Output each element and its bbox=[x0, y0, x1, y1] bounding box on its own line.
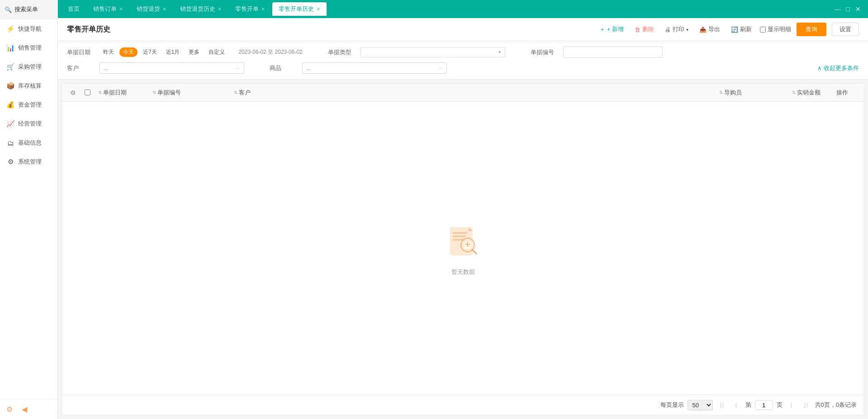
tab-close-sales-order[interactable]: ✕ bbox=[119, 6, 123, 12]
system-label: 系统管理 bbox=[18, 158, 42, 166]
add-button[interactable]: ＋ + 新增 bbox=[597, 24, 626, 35]
svg-rect-1 bbox=[452, 232, 467, 234]
tab-retail-open-history[interactable]: 零售开单历史✕ bbox=[272, 2, 327, 16]
quick-nav-icon: ⚡ bbox=[6, 25, 14, 33]
th-action-label: 操作 bbox=[836, 89, 848, 97]
customer-text-input[interactable] bbox=[104, 65, 236, 71]
th-billno-sort-icon: ⇅ bbox=[152, 90, 156, 95]
product-dots: ··· bbox=[438, 65, 443, 71]
first-page-btn[interactable]: ⟨⟨ bbox=[716, 400, 727, 410]
sidebar-item-operations[interactable]: 📈 经营管理 bbox=[0, 114, 57, 133]
sidebar-search[interactable]: 🔍 搜索采单 bbox=[0, 0, 57, 19]
product-input[interactable]: ··· bbox=[302, 62, 447, 74]
date-range: 2023-06-02 至 2023-06-02 bbox=[238, 48, 302, 56]
refresh-icon: 🔄 bbox=[731, 26, 738, 33]
svg-rect-2 bbox=[452, 235, 465, 237]
purchase-mgmt-icon: 🛒 bbox=[6, 63, 14, 71]
tabs-bar: 首页销售订单✕销货退货✕销货退货历史✕零售开单✕零售开单历史✕ — □ ✕ bbox=[58, 0, 868, 18]
tab-sales-return[interactable]: 销货退货✕ bbox=[130, 2, 173, 16]
collapse-sidebar-icon[interactable]: ◀ bbox=[22, 405, 27, 414]
date-btn-近1月[interactable]: 近1月 bbox=[162, 47, 184, 57]
th-billno-label: 单据编号 bbox=[157, 89, 181, 97]
table-gear-icon[interactable]: ⚙ bbox=[66, 89, 80, 96]
refresh-label: 刷新 bbox=[740, 25, 752, 33]
tab-sales-return-history[interactable]: 销货退货历史✕ bbox=[174, 2, 228, 16]
per-page-label: 每页显示 bbox=[660, 401, 684, 409]
product-text-input[interactable] bbox=[306, 65, 438, 71]
th-billno: ⇅ 单据编号 bbox=[149, 89, 230, 97]
table-select-all-checkbox[interactable] bbox=[80, 89, 95, 95]
pagination-bar: 每页显示 50 100 200 ⟨⟨ ⟨ 第 页 ⟩ ⟩⟩ 共0页，0条记录 bbox=[62, 395, 864, 415]
tab-close-retail-open-history[interactable]: ✕ bbox=[316, 6, 320, 12]
th-customer-sort-icon: ⇅ bbox=[234, 90, 237, 95]
sidebar-item-quick-nav[interactable]: ⚡ 快捷导航 bbox=[0, 19, 57, 38]
date-btn-更多[interactable]: 更多 bbox=[185, 47, 203, 57]
tab-label-retail-open-history: 零售开单历史 bbox=[279, 5, 314, 13]
doc-no-text-input[interactable] bbox=[567, 49, 659, 56]
sidebar-item-finance[interactable]: 💰 资金管理 bbox=[0, 95, 57, 114]
inventory-label: 库存核算 bbox=[18, 82, 42, 90]
print-button[interactable]: 🖨 打印 ▾ bbox=[662, 24, 691, 35]
basic-info-icon: 🗂 bbox=[6, 139, 14, 147]
prev-page-btn[interactable]: ⟨ bbox=[731, 400, 742, 410]
empty-illustration bbox=[441, 220, 486, 261]
page-suffix-label: 页 bbox=[777, 401, 783, 409]
doc-type-select[interactable]: ▾ bbox=[360, 47, 505, 57]
sidebar-item-inventory[interactable]: 📦 库存核算 bbox=[0, 76, 57, 95]
th-amount-sort-icon: ⇅ bbox=[792, 90, 796, 95]
settings-icon[interactable]: ⚙ bbox=[6, 405, 13, 414]
sidebar-item-purchase-mgmt[interactable]: 🛒 采购管理 bbox=[0, 57, 57, 76]
per-page-select[interactable]: 50 100 200 bbox=[688, 400, 713, 410]
doc-no-input[interactable] bbox=[563, 47, 663, 58]
sidebar-item-basic-info[interactable]: 🗂 基础信息 bbox=[0, 133, 57, 152]
th-customer-label: 客户 bbox=[239, 89, 251, 97]
sidebar-item-sales-mgmt[interactable]: 📊 销售管理 bbox=[0, 38, 57, 57]
tab-close-sales-return[interactable]: ✕ bbox=[162, 6, 166, 12]
setting-button[interactable]: 设置 bbox=[832, 23, 859, 36]
date-btn-昨天[interactable]: 昨天 bbox=[100, 47, 118, 57]
page-number-input[interactable] bbox=[755, 400, 773, 410]
th-action: 操作 bbox=[824, 89, 860, 97]
toolbar: 零售开单历史 ＋ + 新增 🗑 删除 🖨 打印 ▾ 📤 导出 bbox=[58, 18, 868, 41]
detail-checkbox-input[interactable] bbox=[760, 27, 766, 33]
display-detail-checkbox[interactable]: 显示明细 bbox=[760, 25, 791, 33]
date-btn-近7天[interactable]: 近7天 bbox=[139, 47, 161, 57]
select-all-input[interactable] bbox=[85, 89, 90, 95]
sidebar-item-system[interactable]: ⚙ 系统管理 bbox=[0, 152, 57, 171]
maximize-btn[interactable]: □ bbox=[846, 5, 850, 13]
collapse-up-icon: ∧ bbox=[817, 65, 822, 71]
export-label: 导出 bbox=[708, 25, 720, 33]
tab-close-retail-open[interactable]: ✕ bbox=[261, 6, 265, 12]
tab-retail-open[interactable]: 零售开单✕ bbox=[229, 2, 271, 16]
tab-home[interactable]: 首页 bbox=[62, 2, 86, 16]
filter-area: 单据日期 昨天今天近7天近1月更多自定义 2023-06-02 至 2023-0… bbox=[58, 41, 868, 80]
collapse-label: 收起更多条件 bbox=[824, 64, 859, 72]
add-label: + 新增 bbox=[607, 25, 624, 33]
tab-close-sales-return-history[interactable]: ✕ bbox=[218, 6, 222, 12]
empty-text: 暂无数据 bbox=[451, 268, 475, 276]
date-filter-buttons: 昨天今天近7天近1月更多自定义 bbox=[100, 47, 228, 57]
th-date-sort-icon: ⇅ bbox=[98, 90, 102, 95]
minimize-btn[interactable]: — bbox=[835, 5, 841, 13]
delete-button[interactable]: 🗑 删除 bbox=[632, 24, 657, 35]
tab-sales-order[interactable]: 销售订单✕ bbox=[87, 2, 129, 16]
close-btn[interactable]: ✕ bbox=[855, 5, 861, 13]
date-btn-今天[interactable]: 今天 bbox=[119, 47, 138, 57]
refresh-button[interactable]: 🔄 刷新 bbox=[728, 24, 754, 35]
th-guide-sort-icon: ⇅ bbox=[719, 90, 723, 95]
page-prefix-label: 第 bbox=[745, 401, 751, 409]
basic-info-label: 基础信息 bbox=[18, 139, 42, 147]
last-page-btn[interactable]: ⟩⟩ bbox=[801, 400, 811, 410]
next-page-btn[interactable]: ⟩ bbox=[786, 400, 797, 410]
query-button[interactable]: 查询 bbox=[797, 23, 826, 36]
customer-input[interactable]: ··· bbox=[100, 62, 244, 74]
finance-icon: 💰 bbox=[6, 101, 14, 109]
date-btn-自定义[interactable]: 自定义 bbox=[205, 47, 228, 57]
add-icon: ＋ bbox=[599, 25, 605, 33]
system-icon: ⚙ bbox=[6, 158, 14, 166]
delete-label: 删除 bbox=[642, 25, 654, 33]
tab-label-sales-order: 销售订单 bbox=[93, 5, 117, 13]
export-button[interactable]: 📤 导出 bbox=[697, 24, 723, 35]
product-label: 商品 bbox=[270, 64, 295, 72]
collapse-btn[interactable]: ∧ 收起更多条件 bbox=[817, 64, 859, 72]
